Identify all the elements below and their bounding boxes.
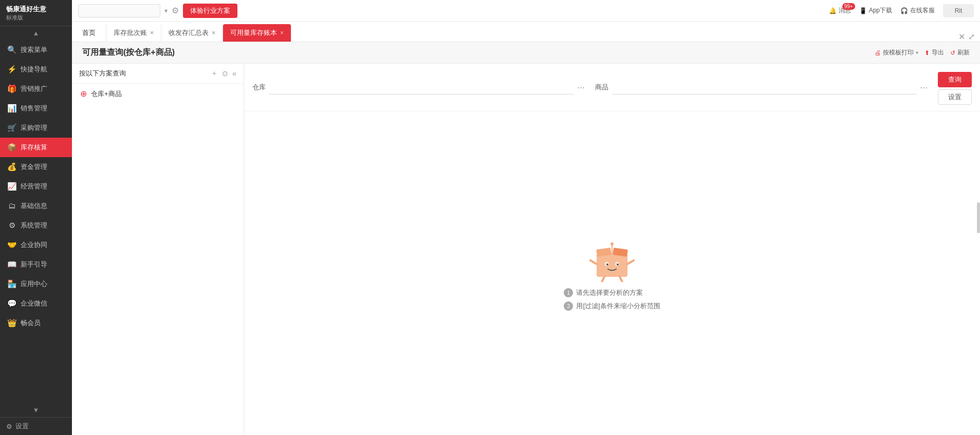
app-download-area[interactable]: 📱 App下载 <box>859 6 892 15</box>
empty-hint-2: 2 用[过滤]条件来缩小分析范围 <box>564 301 660 311</box>
svg-line-12 <box>620 277 622 282</box>
tab-home[interactable]: 首页 <box>72 24 106 42</box>
tab-batch-label: 库存批次账 <box>114 28 147 37</box>
sidebar-item-13[interactable]: 💬企业微信 <box>0 294 72 313</box>
svg-point-6 <box>617 263 619 266</box>
content-area: 按以下方案查询 ＋ ⊙ « ⊕ 仓库+商品 仓库 ··· <box>72 64 980 435</box>
tab-summary[interactable]: 收发存汇总表 × <box>161 24 223 42</box>
settings-button[interactable]: 设置 <box>938 89 972 105</box>
svg-rect-0 <box>597 254 627 277</box>
product-more-icon[interactable]: ··· <box>920 82 928 93</box>
sidebar-label-11: 新手引导 <box>21 260 47 269</box>
settings-scheme-icon[interactable]: ⊙ <box>222 69 228 78</box>
sidebar: 畅康通好生意 标准版 ▲ 🔍搜索菜单⚡快捷导航🎁营销推广📊销售管理🛒采购管理📦库… <box>0 0 72 435</box>
refresh-btn[interactable]: ↺ 刷新 <box>950 48 970 57</box>
user-name: Rit <box>955 7 963 14</box>
tab-available[interactable]: 可用量库存账本 × <box>223 24 291 42</box>
phone-icon: 📱 <box>859 7 867 14</box>
sidebar-icon-4: 🛒 <box>7 123 16 133</box>
sidebar-label-6: 资金管理 <box>21 162 47 172</box>
sidebar-icon-13: 💬 <box>7 299 16 308</box>
add-scheme-icon[interactable]: ＋ <box>211 69 218 78</box>
svg-line-11 <box>602 277 604 282</box>
filter-row: 仓库 ··· 商品 ··· 查询 设置 <box>244 64 980 111</box>
sidebar-label-7: 经营管理 <box>21 182 47 191</box>
print-icon: 🖨 <box>875 49 881 56</box>
sidebar-icon-7: 📈 <box>7 182 16 191</box>
sidebar-icon-8: 🗂 <box>7 201 16 211</box>
print-btn[interactable]: 🖨 按模板打印 ▾ <box>875 48 918 57</box>
query-button[interactable]: 查询 <box>938 72 972 87</box>
product-label: 商品 <box>595 83 608 92</box>
sidebar-icon-1: ⚡ <box>7 65 16 74</box>
collapse-panel-icon[interactable]: « <box>232 69 236 78</box>
sidebar-item-3[interactable]: 📊销售管理 <box>0 99 72 118</box>
scheme-item-label: 仓库+商品 <box>91 89 122 99</box>
empty-hint-1: 1 请先选择要分析的方案 <box>564 288 660 297</box>
right-scroll-indicator[interactable] <box>977 202 980 233</box>
sidebar-item-12[interactable]: 🏪应用中心 <box>0 274 72 294</box>
sidebar-bottom-label: 设置 <box>15 422 29 431</box>
tab-bar: 首页 库存批次账 × 收发存汇总表 × 可用量库存账本 × ✕ ⤢ <box>72 22 980 42</box>
sidebar-item-14[interactable]: 👑畅会员 <box>0 313 72 333</box>
notification-area[interactable]: 🔔 消息 99+ <box>829 6 851 15</box>
tab-home-label: 首页 <box>82 28 96 37</box>
app-version: 标准版 <box>6 14 66 22</box>
search-input[interactable] <box>78 4 160 17</box>
export-btn[interactable]: ⬆ 导出 <box>924 48 944 57</box>
product-input[interactable] <box>612 80 917 94</box>
trial-button[interactable]: 体验行业方案 <box>183 4 237 18</box>
sidebar-item-10[interactable]: 🤝企业协同 <box>0 235 72 255</box>
tab-available-label: 可用量库存账本 <box>230 28 277 37</box>
sidebar-item-8[interactable]: 🗂基础信息 <box>0 196 72 216</box>
sidebar-label-4: 采购管理 <box>21 123 47 133</box>
print-label: 按模板打印 <box>883 48 914 57</box>
top-bar-left: ▾ ⚙ 体验行业方案 <box>78 4 825 18</box>
sidebar-icon-9: ⚙ <box>7 221 16 230</box>
export-icon: ⬆ <box>924 49 930 56</box>
warehouse-input[interactable] <box>269 80 574 94</box>
window-controls: ✕ ⤢ <box>953 32 980 42</box>
sidebar-item-4[interactable]: 🛒采购管理 <box>0 118 72 138</box>
sidebar-item-7[interactable]: 📈经营管理 <box>0 177 72 196</box>
sidebar-bottom[interactable]: ⚙ 设置 <box>0 417 72 435</box>
sidebar-label-2: 营销推广 <box>21 84 47 93</box>
maximize-window-icon[interactable]: ⤢ <box>968 32 975 42</box>
left-panel-title: 按以下方案查询 <box>79 69 126 78</box>
warehouse-more-icon[interactable]: ··· <box>577 82 585 93</box>
sidebar-item-6[interactable]: 💰资金管理 <box>0 157 72 177</box>
tab-batch-account[interactable]: 库存批次账 × <box>106 24 161 42</box>
gear-icon[interactable]: ⚙ <box>172 6 179 15</box>
customer-service-area[interactable]: 🎧 在线客服 <box>900 6 935 15</box>
sidebar-icon-5: 📦 <box>7 143 16 152</box>
scroll-down-btn[interactable]: ▼ <box>0 403 72 417</box>
sidebar-label-3: 销售管理 <box>21 104 47 113</box>
page-title: 可用量查询(按仓库+商品) <box>82 47 175 58</box>
sidebar-item-5[interactable]: 📦库存核算 <box>0 138 72 157</box>
print-dropdown-icon[interactable]: ▾ <box>916 50 918 55</box>
user-avatar[interactable]: Rit <box>943 4 974 17</box>
page-header: 可用量查询(按仓库+商品) 🖨 按模板打印 ▾ ⬆ 导出 ↺ 刷新 <box>72 42 980 64</box>
sidebar-item-2[interactable]: 🎁营销推广 <box>0 79 72 99</box>
right-content: 仓库 ··· 商品 ··· 查询 设置 <box>244 64 980 435</box>
sidebar-item-1[interactable]: ⚡快捷导航 <box>0 60 72 79</box>
sidebar-item-9[interactable]: ⚙系统管理 <box>0 216 72 235</box>
close-window-icon[interactable]: ✕ <box>958 32 965 42</box>
left-panel: 按以下方案查询 ＋ ⊙ « ⊕ 仓库+商品 <box>72 64 244 435</box>
sidebar-header: 畅康通好生意 标准版 <box>0 0 72 26</box>
scheme-item[interactable]: ⊕ 仓库+商品 <box>72 84 244 104</box>
empty-state: 1 请先选择要分析的方案 2 用[过滤]条件来缩小分析范围 <box>244 111 980 435</box>
scroll-up-btn[interactable]: ▲ <box>0 26 72 40</box>
sidebar-nav: 🔍搜索菜单⚡快捷导航🎁营销推广📊销售管理🛒采购管理📦库存核算💰资金管理📈经营管理… <box>0 40 72 403</box>
warehouse-label: 仓库 <box>252 83 266 92</box>
dropdown-arrow-icon[interactable]: ▾ <box>164 7 168 14</box>
svg-point-8 <box>611 242 614 245</box>
page-actions: 🖨 按模板打印 ▾ ⬆ 导出 ↺ 刷新 <box>875 48 970 57</box>
scheme-icon: ⊕ <box>80 89 87 99</box>
sidebar-item-11[interactable]: 📖新手引导 <box>0 255 72 274</box>
tab-batch-close[interactable]: × <box>150 29 154 36</box>
tab-available-close[interactable]: × <box>280 29 284 36</box>
tab-summary-close[interactable]: × <box>212 29 215 36</box>
sidebar-icon-6: 💰 <box>7 162 16 172</box>
sidebar-item-0[interactable]: 🔍搜索菜单 <box>0 40 72 60</box>
